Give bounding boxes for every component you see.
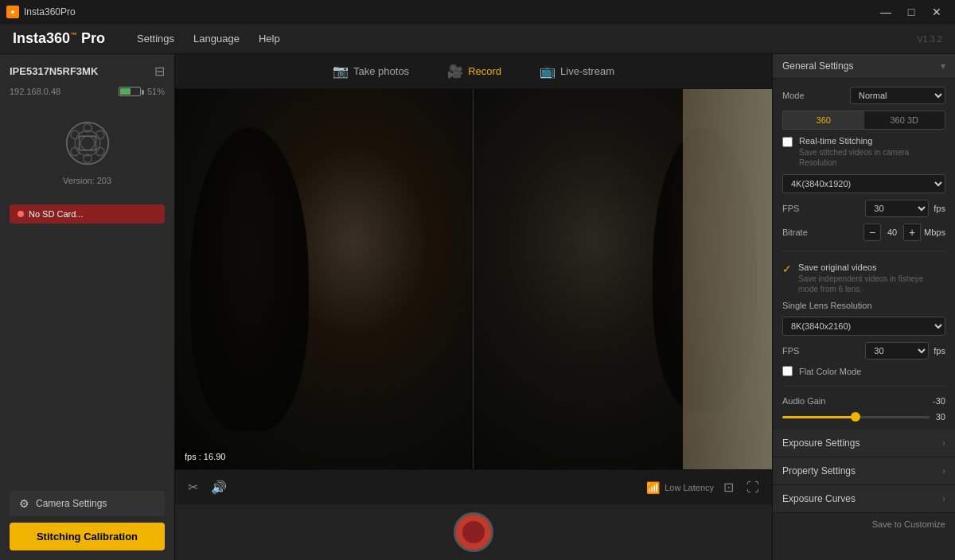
svg-point-2 [80,136,95,150]
fps2-unit: fps [934,346,945,356]
record-area [175,504,772,560]
divider-1 [782,251,945,251]
bitrate-controls: − 40 + Mbps [863,224,945,241]
video-area: fps : 16.90 [175,89,772,469]
general-settings-header[interactable]: General Settings ▾ [773,54,955,79]
menu-settings[interactable]: Settings [137,29,174,48]
device-name: IPE5317N5RF3MK [10,65,98,77]
app-title: Insta360Pro [24,6,76,18]
exposure-settings-label: Exposure Settings [782,438,860,449]
single-lens-label-row: Single Lens Resolution [782,301,945,310]
property-settings-label: Property Settings [782,465,856,476]
close-button[interactable]: ✕ [925,0,949,24]
livestream-label: Live-stream [560,65,614,77]
sidebar: IPE5317N5RF3MK ⊟ 192.168.0.48 51% [0,54,175,560]
chevron-right-exposure: › [942,438,945,449]
sidebar-spacer [10,230,165,484]
fps-select[interactable]: 306024 [865,200,929,217]
fps-display: fps : 16.90 [181,450,228,463]
mode-select[interactable]: Normal Pro Manual [850,87,945,104]
save-original-row: ✓ Save original videos Save independent … [782,262,945,294]
sd-error-text: No SD Card... [29,209,83,219]
error-dot [18,211,24,217]
save-original-sub: Save independent videos in fisheye mode … [798,274,945,294]
lens-left [175,89,474,469]
property-settings-section[interactable]: Property Settings › [773,457,955,485]
fullscreen-button[interactable]: ⛶ [743,477,762,498]
camera-settings-button[interactable]: ⚙ Camera Settings [10,491,165,516]
minimize-button[interactable]: — [874,0,898,24]
battery-indicator: 51% [119,87,165,96]
save-original-labels: Save original videos Save independent vi… [798,262,945,294]
bottom-bar: ✂ 🔊 📶 Low Latency ⊡ ⛶ [175,469,772,504]
livestream-icon: 📺 [540,64,555,79]
tab-360[interactable]: 360 [783,111,864,129]
stitching-calibration-button[interactable]: Stitching Calibration [10,523,165,550]
menu-help[interactable]: Help [259,29,280,48]
device-info: IPE5317N5RF3MK ⊟ [10,64,165,79]
menu-items: Settings Language Help [137,29,280,48]
bitrate-unit: Mbps [924,228,945,237]
exposure-curves-label: Exposure Curves [782,493,856,504]
record-icon: 🎥 [447,64,463,79]
audio-gain-label: Audio Gain [782,396,825,406]
record-circle-button[interactable] [454,512,493,552]
audio-gain-row: Audio Gain -30 [782,396,945,406]
camera-photo-icon: 📷 [333,64,349,79]
save-customize-button[interactable]: Save to Customize [773,513,955,535]
scissors-button[interactable]: ✂ [185,476,201,498]
realtime-stitch-label: Real-time Stitching [799,136,945,146]
realtime-stitch-checkbox[interactable] [782,137,793,147]
window-controls: — □ ✕ [874,0,949,24]
checkmark-icon: ✓ [782,262,792,275]
exposure-settings-section[interactable]: Exposure Settings › [773,430,955,457]
audio-button[interactable]: 🔊 [208,476,230,498]
fps-unit: fps [934,204,945,213]
device-ip: 192.168.0.48 [10,87,60,96]
record-inner [462,521,485,543]
take-photos-label: Take photos [353,65,409,77]
maximize-button[interactable]: □ [899,0,923,24]
fps2-row: FPS 3060 fps [782,342,945,360]
bitrate-minus-button[interactable]: − [863,224,881,241]
chevron-right-curves: › [942,493,945,504]
latency-label: Low Latency [665,483,714,492]
mode-label: Mode [782,91,805,100]
brand-logo: Insta360™ Pro [13,30,105,47]
save-original-label: Save original videos [798,262,945,272]
latency-area: 📶 Low Latency [646,481,714,494]
single-lens-label: Single Lens Resolution [782,301,872,310]
exposure-curves-section[interactable]: Exposure Curves › [773,485,955,513]
signal-icon: 📶 [646,481,660,494]
single-lens-select[interactable]: 8K(3840x2160) 4K(1920x1080) [782,317,945,336]
fps2-select[interactable]: 3060 [865,342,929,360]
bitrate-plus-button[interactable]: + [903,224,921,241]
menu-language[interactable]: Language [193,29,240,48]
bitrate-row: Bitrate − 40 + Mbps [782,224,945,241]
collapse-arrow-general: ▾ [941,60,945,72]
sd-card-error: No SD Card... [10,204,165,224]
flat-color-label: Flat Color Mode [799,367,861,376]
tab-360-3d[interactable]: 360 3D [864,111,945,129]
record-button[interactable]: 🎥 Record [441,60,508,82]
resolution-select[interactable]: 4K(3840x1920) 6K(5760x2880) 2K(1920x960) [782,174,945,193]
audio-gain-slider-row: 30 [782,412,945,422]
svg-rect-9 [79,136,96,150]
right-panel: General Settings ▾ Mode Normal Pro Manua… [772,54,955,560]
audio-gain-slider[interactable] [782,416,930,418]
flat-color-checkbox[interactable] [782,366,793,376]
gear-icon: ⚙ [19,497,29,510]
mode-row: Mode Normal Pro Manual [782,87,945,104]
livestream-button[interactable]: 📺 Live-stream [533,60,621,82]
general-settings-label: General Settings [782,60,853,72]
audio-gain-min: -30 [933,396,945,406]
lens-right [474,89,772,469]
center-panel: 📷 Take photos 🎥 Record 📺 Live-stream [175,54,772,560]
take-photos-button[interactable]: 📷 Take photos [326,60,415,82]
general-settings-content: Mode Normal Pro Manual 360 360 3D Real-t… [773,79,955,430]
fps2-label: FPS [782,346,799,356]
battery-pct: 51% [147,87,165,96]
fit-button[interactable]: ⊡ [720,476,737,498]
controls-bar: 📷 Take photos 🎥 Record 📺 Live-stream [175,54,772,89]
silhouette-left [190,127,310,431]
